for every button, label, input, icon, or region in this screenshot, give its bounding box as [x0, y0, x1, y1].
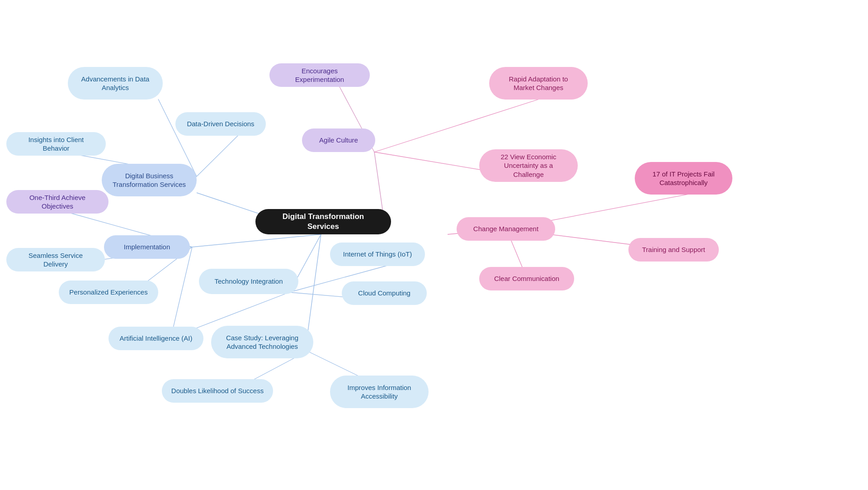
ai-node: Artificial Intelligence (AI)	[108, 327, 203, 350]
cloud-node: Cloud Computing	[342, 281, 427, 305]
technology-integration-node: Technology Integration	[199, 269, 298, 294]
agile-culture-node: Agile Culture	[302, 128, 375, 152]
svg-line-19	[374, 95, 551, 152]
one-third-node: One-Third Achieve Objectives	[6, 190, 108, 214]
clear-communication-node: Clear Communication	[479, 267, 574, 290]
svg-line-3	[307, 234, 321, 335]
it-projects-node: 17 of IT Projects Fail Catastrophically	[635, 162, 732, 195]
rapid-adaptation-node: Rapid Adaptation to Market Changes	[489, 67, 588, 100]
improves-node: Improves Information Accessibility	[330, 376, 429, 408]
digital-business-node: Digital Business Transformation Services	[102, 164, 197, 196]
svg-line-17	[171, 247, 192, 338]
svg-line-7	[197, 134, 240, 176]
encourages-node: Encourages Experimentation	[269, 63, 370, 87]
seamless-node: Seamless Service Delivery	[6, 248, 105, 271]
svg-line-1	[192, 234, 321, 247]
implementation-node: Implementation	[104, 235, 190, 259]
insights-node: Insights into Client Behavior	[6, 132, 106, 156]
training-node: Training and Support	[628, 238, 719, 262]
economic-uncertainty-node: 22 View Economic Uncertainty as a Challe…	[479, 149, 578, 182]
doubles-node: Doubles Likelihood of Success	[162, 379, 273, 403]
advancements-node: Advancements in Data Analytics	[68, 67, 163, 100]
change-management-node: Change Management	[457, 217, 555, 241]
case-study-node: Case Study: Leveraging Advanced Technolo…	[211, 326, 313, 358]
iot-node: Internet of Things (IoT)	[330, 243, 425, 266]
center-node: Digital Transformation Services	[255, 209, 391, 234]
personalized-node: Personalized Experiences	[59, 281, 158, 304]
data-driven-node: Data-Driven Decisions	[175, 112, 266, 136]
